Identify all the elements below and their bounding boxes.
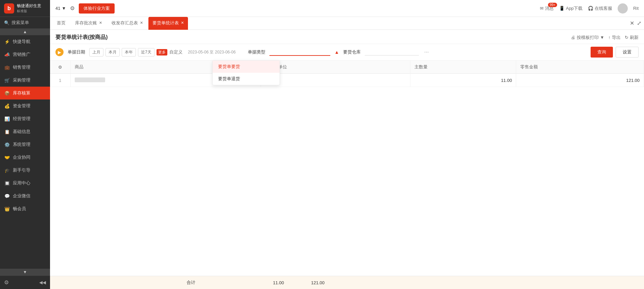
topbar: 41 ▼ ⚙ 体验行业方案 ✉ 消息 99+ 📱 App下载 🎧 在线客服 Ri… (50, 0, 644, 17)
operations-icon: 📊 (4, 116, 10, 122)
topbar-settings-icon[interactable]: ⚙ (70, 5, 75, 12)
col-settings-header[interactable]: ⚙ (50, 61, 70, 74)
sidebar-item-operations[interactable]: 📊 经营管理 (0, 112, 50, 125)
tab-close-order-stats[interactable]: ✕ (181, 21, 184, 25)
type-filter-dropdown-icon[interactable]: ▲ (334, 49, 339, 55)
guide-icon: 🎓 (4, 167, 10, 173)
phone-icon: 📱 (559, 6, 565, 11)
col-quantity-header: 主数量 (410, 61, 516, 74)
trial-btn[interactable]: 体验行业方案 (79, 3, 115, 14)
footer-amount: 121.00 (284, 280, 325, 285)
sidebar-item-cooperation[interactable]: 🤝 企业协同 (0, 151, 50, 164)
sidebar-item-marketing[interactable]: 📣 营销推广 (0, 48, 50, 61)
tab-close-inventory-batch[interactable]: ✕ (99, 21, 102, 25)
date-btn-last-month[interactable]: 上月 (89, 48, 103, 57)
row-quantity: 11.00 (410, 74, 516, 87)
sidebar-item-wechat[interactable]: 💬 企业微信 (0, 190, 50, 202)
topbar-avatar[interactable] (618, 3, 628, 14)
message-icon: ✉ (540, 6, 544, 11)
sidebar-bottom: ⚙ ◀◀ (0, 275, 50, 289)
export-btn[interactable]: ↑ 导出 (609, 35, 621, 41)
page-content: 要货单统计表(按商品) 🖨 按模板打印 ▼ ↑ 导出 ↻ 刷新 ▶ (50, 30, 644, 289)
row-unit: 块 (261, 74, 410, 87)
sidebar-item-quick-nav[interactable]: ⚡ 快捷导航 (0, 35, 50, 48)
topbar-right: ✉ 消息 99+ 📱 App下载 🎧 在线客服 Rit (540, 3, 639, 14)
logo-icon: b (4, 3, 14, 14)
sidebar-search[interactable]: 🔍 搜索菜单 (0, 17, 50, 28)
dropdown-item-return[interactable]: 要货单退货 (213, 73, 280, 85)
sidebar-settings-icon[interactable]: ⚙ (4, 279, 9, 286)
member-icon: 👑 (4, 206, 10, 212)
page-header: 要货单统计表(按商品) 🖨 按模板打印 ▼ ↑ 导出 ↻ 刷新 (50, 30, 644, 44)
tab-window-close-icon[interactable]: ✕ (630, 20, 634, 26)
wechat-icon: 💬 (4, 193, 10, 199)
warehouse-filter-input[interactable] (365, 49, 419, 55)
headset-icon: 🎧 (588, 6, 593, 11)
product-name-blurred (75, 77, 105, 82)
store-number: 41 (55, 6, 60, 11)
system-icon: ⚙️ (4, 141, 10, 148)
sales-icon: 💼 (4, 64, 10, 70)
topbar-app-download[interactable]: 📱 App下载 (559, 5, 582, 12)
filter-more-icon[interactable]: ··· (424, 49, 429, 55)
page-header-actions: 🖨 按模板打印 ▼ ↑ 导出 ↻ 刷新 (571, 35, 639, 41)
sidebar-item-finance[interactable]: 💰 资金管理 (0, 99, 50, 112)
sidebar-item-basic-info[interactable]: 📋 基础信息 (0, 125, 50, 138)
refresh-btn[interactable]: ↻ 刷新 (625, 35, 639, 41)
sidebar-item-guide[interactable]: 🎓 新手引导 (0, 164, 50, 177)
sidebar-item-system[interactable]: ⚙️ 系统管理 (0, 138, 50, 151)
sidebar: b 畅捷通好生意 标准版 🔍 搜索菜单 ▲ ⚡ 快捷导航 📣 营销推广 💼 销售… (0, 0, 50, 289)
store-dropdown-icon: ▼ (62, 6, 66, 11)
topbar-username[interactable]: Rit (633, 6, 639, 11)
tab-receive-summary[interactable]: 收发存汇总表 ✕ (108, 17, 147, 30)
tab-order-stats[interactable]: 要货单统计表 ✕ (148, 17, 188, 30)
table-row: 1 块 11.00 121.00 (50, 74, 644, 87)
warehouse-filter-label: 要货仓库 (343, 49, 361, 55)
sidebar-item-sales[interactable]: 💼 销售管理 (0, 61, 50, 74)
table-header-row: ⚙ 商品 主计量单位 主数量 零售金额 (50, 61, 644, 74)
basic-info-icon: 📋 (4, 129, 10, 135)
date-range-display: 2023-05-06 至 2023-06-06 (188, 49, 236, 55)
type-filter-input[interactable] (269, 49, 330, 56)
query-button[interactable]: 查询 (591, 47, 613, 58)
print-btn[interactable]: 🖨 按模板打印 ▼ (571, 35, 604, 41)
date-btn-this-year[interactable]: 本年 (122, 48, 136, 57)
row-amount: 121.00 (516, 74, 644, 87)
topbar-customer-service[interactable]: 🎧 在线客服 (588, 5, 612, 12)
table-footer: 合计 11.00 121.00 (50, 276, 644, 289)
tab-close-receive-summary[interactable]: ✕ (140, 21, 143, 25)
sidebar-collapse-button[interactable]: ◀◀ (39, 280, 46, 285)
refresh-icon: ↻ (625, 35, 628, 40)
topbar-store-selector[interactable]: 41 ▼ (55, 6, 66, 11)
app-center-icon: 🔲 (4, 180, 10, 186)
sidebar-logo: b 畅捷通好生意 标准版 (0, 0, 50, 17)
filter-expand-button[interactable]: ▶ (55, 48, 64, 56)
tab-maximize-icon[interactable]: ⤢ (637, 20, 641, 26)
tab-inventory-batch[interactable]: 库存批次账 ✕ (71, 17, 106, 30)
filter-actions: 查询 设置 (591, 47, 639, 58)
dropdown-item-requisition[interactable]: 要货单要货 (213, 61, 280, 73)
export-icon: ↑ (609, 35, 611, 40)
data-table: ⚙ 商品 主计量单位 主数量 零售金额 1 块 (50, 61, 644, 87)
date-custom-btn[interactable]: 自定义 (169, 49, 183, 55)
topbar-message[interactable]: ✉ 消息 99+ (540, 5, 554, 12)
date-btn-this-month[interactable]: 本月 (105, 48, 120, 57)
settings-button[interactable]: 设置 (616, 47, 639, 58)
purchase-icon: 🛒 (4, 77, 10, 83)
cooperation-icon: 🤝 (4, 154, 10, 160)
type-filter-label: 单据类型 (248, 49, 265, 55)
tab-home[interactable]: 首页 (53, 17, 70, 30)
sidebar-item-purchase[interactable]: 🛒 采购管理 (0, 74, 50, 87)
sidebar-scroll-down[interactable]: ▼ (0, 269, 50, 275)
sidebar-item-app-center[interactable]: 🔲 应用中心 (0, 177, 50, 190)
sidebar-scroll-up[interactable]: ▲ (0, 28, 50, 35)
date-more-badge[interactable]: 更多 (157, 49, 167, 55)
row-index: 1 (50, 74, 70, 87)
sidebar-item-member[interactable]: 👑 畅会员 (0, 202, 50, 215)
sidebar-item-inventory[interactable]: 📦 库存核算 (0, 87, 50, 99)
quick-nav-icon: ⚡ (4, 39, 10, 45)
footer-quantity: 11.00 (233, 280, 284, 285)
date-btn-last-7days[interactable]: 近7天 (138, 48, 154, 57)
column-settings-icon[interactable]: ⚙ (58, 65, 62, 70)
tabs-right-actions: ✕ ⤢ (630, 20, 641, 26)
